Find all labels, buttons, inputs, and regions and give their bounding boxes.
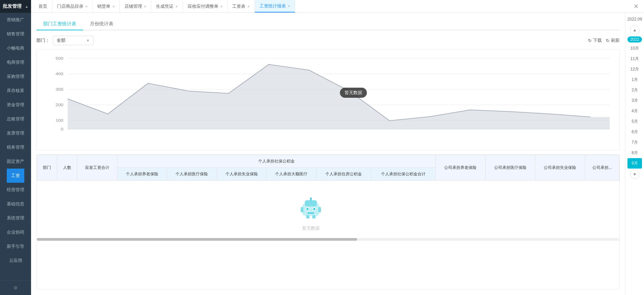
date-month-3月[interactable]: 3月 [627,95,642,106]
col-company-unemployment: 公司承担失业保险 [535,155,585,181]
sidebar-item-swgl[interactable]: 税务管理 [7,140,24,154]
svg-text:400: 400 [56,72,63,76]
tab-payroll[interactable]: 工资表× [227,0,254,12]
sidebar-item-kche[interactable]: 库存核算 [7,84,24,98]
sidebar-item-zjgl[interactable]: 资金管理 [7,98,24,112]
sub-tab-dept-stats[interactable]: 部门工资统计表 [36,18,83,30]
date-month-4月[interactable]: 4月 [627,106,642,116]
refresh-label: 刷新 [611,37,620,43]
date-month-2月[interactable]: 2月 [627,85,642,95]
page-content: 部门工资统计表 月份统计表 部门： 全部 ▼ ↻ 下载 [31,13,625,295]
sidebar-settings[interactable]: ⚙ [0,280,31,295]
sidebar-item-cggl[interactable]: 采购管理 [7,69,24,84]
sidebar-item-gdcc[interactable]: 固定资产 [7,154,24,169]
tab-bar-right: ✕ [631,3,641,10]
svg-point-18 [313,208,315,210]
dept-select[interactable]: 全部 ▼ [53,36,93,45]
sidebar-item-yxtp[interactable]: 营销推广 [7,13,24,27]
date-month-5月[interactable]: 5月 [627,116,642,127]
col-headcount: 人数 [57,155,77,181]
download-label: 下载 [593,37,602,43]
date-panel-down-nav[interactable]: ▼ [630,170,640,179]
tab-label-payroll-report: 工资统计报表 [260,3,286,9]
sidebar-item-yy[interactable]: 云应用 [7,254,24,268]
date-month-12月[interactable]: 12月 [627,64,642,75]
date-month-10月[interactable]: 10月 [627,43,642,54]
sidebar-item-xtgl[interactable]: 系统管理 [7,211,24,225]
col-company-pension: 公司承担养老保险 [436,155,486,181]
sidebar-item-qyxt[interactable]: 企业协同 [7,225,24,239]
sidebar-header[interactable]: 批发管理 ▲ [0,0,31,13]
date-panel-up-nav[interactable]: ▲ [630,25,640,35]
table-wrapper: 部门 人数 应发工资合计 个人承担社保公积金 公司承担养老保险 公司承担医疗保险… [36,154,620,290]
date-year-badge[interactable]: 2022 [627,36,642,42]
svg-text:100: 100 [56,118,63,122]
date-month-1月[interactable]: 1月 [627,75,642,85]
date-month-8月[interactable]: 8月 [627,148,642,158]
main-area: 首页门店商品目录×销货单×店铺管理×生成凭证×应收应付调整单×工资表×工资统计报… [31,0,644,295]
svg-text:200: 200 [56,103,63,107]
table-scrollbar-thumb [37,238,357,241]
sidebar-item-xsgl[interactable]: 销售管理 [7,27,24,41]
svg-rect-14 [305,200,317,206]
col-company-etc: 公司承担... [585,155,619,181]
sidebar-item-xsyd[interactable]: 新手引导 [7,239,24,254]
svg-text:0: 0 [61,127,63,131]
tab-close-sales-order[interactable]: × [112,4,114,8]
svg-point-21 [310,198,312,200]
sidebar-item-dsgl[interactable]: 电商管理 [7,55,24,69]
tab-payroll-report[interactable]: 工资统计报表× [255,0,295,12]
chart-area: 500 400 300 200 100 0 暂无数据 [36,49,620,150]
tab-home[interactable]: 首页 [34,0,52,12]
download-button[interactable]: ↻ 下载 [588,37,602,43]
data-table: 部门 人数 应发工资合计 个人承担社保公积金 公司承担养老保险 公司承担医疗保险… [37,155,619,238]
tab-close-produce-cert[interactable]: × [176,4,178,8]
table-empty-row: 暂无数据 [37,181,619,238]
col-group-social: 个人承担社保公积金 [117,155,436,168]
sidebar-item-xdds[interactable]: 小畅电商 [7,41,24,55]
sidebar-item-gz[interactable]: 工资 [7,169,24,183]
sidebar-item-fpgl[interactable]: 发票管理 [7,126,24,140]
tab-close-payroll-report[interactable]: × [288,4,290,8]
date-month-6月[interactable]: 6月 [627,127,642,137]
date-month-7月[interactable]: 7月 [627,137,642,148]
refresh-icon: ↻ [606,38,610,43]
settings-icon: ⚙ [14,285,18,290]
date-panel-year[interactable]: 2022.09 [627,16,642,23]
tab-label-home: 首页 [38,3,47,9]
sidebar-item-jcxx[interactable]: 基础信息 [7,197,24,211]
tab-label-store-mgmt: 店铺管理 [125,3,142,9]
area-chart: 500 400 300 200 100 0 [42,55,614,132]
empty-state-icon [297,194,324,221]
close-all-tabs-icon[interactable]: ✕ [631,3,641,10]
tab-store-catalog[interactable]: 门店商品目录× [52,0,92,12]
col-housing-fund: 个人承担住房公积金 [316,168,371,181]
tab-close-store-catalog[interactable]: × [85,4,87,8]
tab-sales-order[interactable]: 销货单× [92,0,119,12]
refresh-button[interactable]: ↻ 刷新 [606,37,620,43]
table-scroll[interactable]: 部门 人数 应发工资合计 个人承担社保公积金 公司承担养老保险 公司承担医疗保险… [37,155,619,238]
svg-rect-25 [312,215,316,218]
date-month-11月[interactable]: 11月 [627,54,642,64]
sidebar: 批发管理 ▲ 营销推广销售管理小畅电商电商管理采购管理库存核算资金管理总账管理发… [0,0,31,295]
date-month-9月[interactable]: 9月 [627,158,642,169]
tab-store-mgmt[interactable]: 店铺管理× [120,0,151,12]
col-large-medical: 个人承担大额医疗 [267,168,317,181]
sidebar-item-zzgl[interactable]: 总账管理 [7,112,24,126]
tab-label-store-catalog: 门店商品目录 [57,3,83,9]
svg-text:500: 500 [56,56,63,60]
toolbar-left: 部门： 全部 ▼ [36,36,93,45]
sub-tab-monthly-stats[interactable]: 月份统计表 [83,18,120,30]
table-header-row-1: 部门 人数 应发工资合计 个人承担社保公积金 公司承担养老保险 公司承担医疗保险… [37,155,619,168]
toolbar-right: ↻ 下载 ↻ 刷新 [588,37,620,43]
tab-close-ap-ar[interactable]: × [220,4,222,8]
tab-close-payroll[interactable]: × [247,4,249,8]
table-scrollbar[interactable] [37,238,619,241]
tab-close-store-mgmt[interactable]: × [144,4,146,8]
sidebar-item-jygl[interactable]: 经营管理 [7,183,24,197]
tab-produce-cert[interactable]: 生成凭证× [151,0,183,12]
sidebar-collapse-icon: ▲ [25,5,28,8]
svg-rect-23 [318,207,321,212]
tab-ap-ar[interactable]: 应收应付调整单× [183,0,227,12]
col-social-total: 个人承担社保公积金合计 [371,168,435,181]
